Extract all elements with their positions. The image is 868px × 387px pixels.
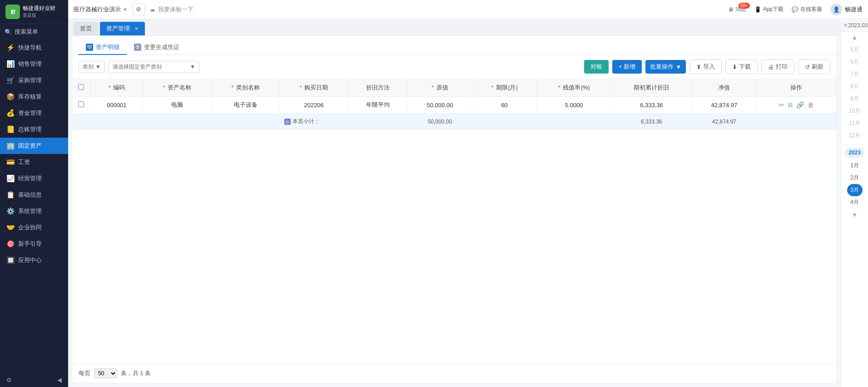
asset-table-container: * 编码 * 资产名称 * 类别名称	[72, 79, 837, 363]
print-button[interactable]: 🖨 打印	[761, 60, 794, 74]
sidebar-item-ledger[interactable]: 📒 总账管理	[0, 121, 68, 138]
download-button[interactable]: ⬇ 下载	[725, 60, 758, 74]
download-icon: ⬇	[732, 64, 737, 70]
company-selector[interactable]: 医疗器械行业演示 ▼	[74, 5, 128, 14]
row-checkbox[interactable]	[78, 101, 84, 107]
sidebar-footer: ⚙ ◀	[0, 372, 68, 387]
sidebar-item-system[interactable]: ⚙️ 系统管理	[0, 203, 68, 219]
sidebar-item-quick-nav[interactable]: ⚡ 快捷导航	[0, 40, 68, 56]
sidebar-search[interactable]: 🔍 搜索菜单	[0, 24, 68, 40]
sub-tab-change-voucher[interactable]: 变 变更生成凭证	[127, 40, 187, 55]
month-jun-prev[interactable]: 6月	[841, 56, 868, 68]
refresh-button[interactable]: ↺ 刷新	[798, 60, 830, 74]
sidebar-item-fixed-assets[interactable]: 🏢 固定资产	[0, 138, 68, 154]
month-jan[interactable]: 1月	[841, 159, 868, 172]
experience-button[interactable]: ☁ 我要体验一下	[149, 5, 193, 14]
panel-title: 2023.03	[848, 22, 868, 29]
app-download-button[interactable]: 📱 App下载	[754, 5, 784, 13]
online-service-button[interactable]: 💬 在线客服	[792, 5, 822, 13]
row-purchase-date: 202206	[304, 102, 323, 109]
right-panel-header: ✕ 2023.03 ⤢	[841, 19, 868, 32]
month-oct-prev[interactable]: 10月	[841, 105, 868, 117]
new-button[interactable]: + 新增	[612, 60, 642, 74]
user-button[interactable]: 👤 畅捷通	[830, 4, 863, 15]
row-accumulated-depreciation: 6,333.36	[640, 102, 663, 109]
copy-icon[interactable]: ⧉	[788, 101, 793, 109]
col-original-value-label: 原值	[436, 84, 448, 91]
batch-ops-arrow: ▼	[675, 64, 681, 70]
sidebar-item-payroll[interactable]: 💳 工资	[0, 154, 68, 170]
app-logo-icon: 财	[5, 5, 20, 19]
month-feb[interactable]: 2月	[841, 172, 868, 184]
business-icon: 📈	[6, 174, 15, 183]
month-sep-prev[interactable]: 9月	[841, 93, 868, 105]
col-code-label: 编码	[113, 84, 125, 91]
reconcile-button[interactable]: 对账	[584, 60, 609, 74]
subtotal-icon: ◎	[284, 119, 291, 125]
delete-icon[interactable]: 🗑	[808, 101, 814, 109]
col-category-label: 类别名称	[236, 84, 260, 91]
td-name: 电脑	[143, 97, 211, 114]
sidebar-item-sales[interactable]: 📊 销售管理	[0, 56, 68, 72]
message-button[interactable]: 🖥 消息 99+	[728, 5, 746, 13]
sidebar-settings-icon[interactable]: ⚙	[6, 377, 12, 383]
td-category: 电子设备	[211, 97, 279, 114]
action-icons: ✏ ⧉ 🔗 🗑	[761, 101, 832, 109]
th-purchase-date: * 购买日期	[280, 79, 348, 97]
month-aug-prev[interactable]: 8月	[841, 80, 868, 93]
sidebar-item-label: 企业协同	[18, 223, 42, 232]
th-depreciation-method: 折旧方法	[348, 79, 407, 97]
topbar-settings-button[interactable]: ⚙	[132, 3, 145, 16]
sidebar-item-purchase[interactable]: 🛒 采购管理	[0, 72, 68, 89]
page-area: 首页 资产管理 ✕ 明 资产明细 变 变更生成凭证	[68, 19, 841, 387]
panel-close-button[interactable]: ✕	[843, 22, 848, 29]
edit-icon[interactable]: ✏	[779, 101, 784, 109]
settings-icon: ⚙	[136, 6, 141, 13]
change-voucher-icon: 变	[134, 44, 141, 51]
month-mar-current[interactable]: 3月	[847, 184, 863, 196]
subtotal-accumulated-text: 6,333.36	[641, 119, 662, 125]
col-actions-label: 操作	[790, 84, 802, 91]
category-filter[interactable]: 类别 ▼	[79, 61, 105, 73]
per-page-select[interactable]: 50 20 100	[94, 368, 117, 378]
calendar-down-nav[interactable]: ▼	[850, 209, 860, 220]
sidebar-item-inventory[interactable]: 📦 库存核算	[0, 89, 68, 105]
sub-tab-asset-detail[interactable]: 明 资产明细	[79, 40, 127, 55]
asset-category-selector[interactable]: 请选择固定资产类别 ▼	[109, 61, 199, 73]
sales-icon: 📊	[6, 60, 15, 68]
sidebar-item-basic-info[interactable]: 📋 基础信息	[0, 187, 68, 203]
link-icon[interactable]: 🔗	[796, 101, 804, 109]
username: 畅捷通	[845, 5, 863, 14]
sidebar: 财 畅捷通好业财 普及版 🔍 搜索菜单 ⚡ 快捷导航 📊 销售管理 🛒 采购管理…	[0, 0, 68, 387]
search-icon: 🔍	[5, 29, 12, 35]
app-logo-text-container: 畅捷通好业财 普及版	[23, 5, 55, 19]
import-button[interactable]: ⬆ 导入	[689, 60, 722, 74]
category-filter-arrow: ▼	[95, 64, 101, 70]
month-may-prev[interactable]: 5月	[841, 44, 868, 56]
month-jul-prev[interactable]: 7月	[841, 68, 868, 80]
sidebar-item-label: 工资	[18, 158, 30, 166]
user-avatar: 👤	[830, 4, 842, 15]
refresh-label: 刷新	[812, 63, 823, 71]
sidebar-item-finance[interactable]: 💰 资金管理	[0, 105, 68, 121]
month-apr[interactable]: 4月	[841, 196, 868, 208]
tab-asset-management[interactable]: 资产管理 ✕	[100, 22, 145, 35]
tab-close-icon[interactable]: ✕	[134, 26, 139, 31]
select-all-checkbox[interactable]	[78, 84, 84, 90]
batch-ops-button[interactable]: 批量操作 ▼	[645, 60, 686, 74]
sidebar-item-enterprise[interactable]: 🤝 企业协同	[0, 219, 68, 236]
month-nov-prev[interactable]: 11月	[841, 117, 868, 129]
calendar-up-nav[interactable]: ▲	[850, 32, 860, 43]
sidebar-item-business[interactable]: 📈 经营管理	[0, 170, 68, 187]
sidebar-item-guide[interactable]: 🎯 新手引导	[0, 236, 68, 252]
payroll-icon: 💳	[6, 158, 15, 166]
row-net-value: 42,874.97	[711, 102, 737, 109]
batch-ops-label: 批量操作	[650, 63, 674, 71]
subtotal-residual-empty	[537, 114, 611, 130]
tab-home[interactable]: 首页	[74, 22, 98, 35]
month-dec-prev[interactable]: 12月	[841, 129, 868, 142]
sidebar-collapse-icon[interactable]: ◀	[57, 377, 62, 383]
sidebar-item-app-center[interactable]: 🔲 应用中心	[0, 252, 68, 268]
sub-tab-change-voucher-label: 变更生成凭证	[144, 43, 179, 51]
per-page-label: 每页	[79, 369, 90, 377]
